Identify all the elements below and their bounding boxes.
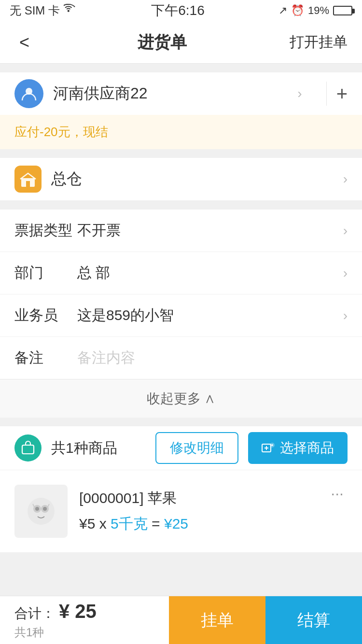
invoice-row[interactable]: 票据类型 不开票 › bbox=[0, 209, 362, 252]
warehouse-name: 总仓 bbox=[51, 168, 343, 190]
battery-icon bbox=[333, 6, 352, 15]
edit-detail-button[interactable]: 修改明细 bbox=[155, 432, 238, 464]
products-card: 共1种商品 修改明细 选择商品 bbox=[0, 426, 362, 552]
product-more-button[interactable]: ··· bbox=[327, 485, 348, 503]
divider bbox=[326, 82, 327, 106]
alarm-icon: ⏰ bbox=[291, 4, 304, 17]
product-code: [0000001] bbox=[79, 490, 143, 506]
status-time: 下午6:16 bbox=[151, 1, 205, 20]
status-left: 无 SIM 卡 bbox=[10, 3, 77, 18]
total-count: 共1种 bbox=[14, 625, 154, 640]
remark-row[interactable]: 备注 备注内容 bbox=[0, 336, 362, 379]
department-row[interactable]: 部门 总 部 › bbox=[0, 252, 362, 294]
select-product-label: 选择商品 bbox=[280, 439, 334, 457]
department-arrow-icon: › bbox=[343, 266, 348, 281]
remark-input[interactable]: 备注内容 bbox=[77, 348, 348, 368]
page-title: 进货单 bbox=[138, 31, 187, 54]
invoice-value: 不开票 bbox=[77, 221, 343, 240]
total-label: 合计： bbox=[14, 604, 55, 623]
salesman-value: 这是859的小智 bbox=[77, 306, 343, 325]
salesman-row[interactable]: 业务员 这是859的小智 › bbox=[0, 294, 362, 336]
section-gap-4 bbox=[0, 418, 362, 426]
status-right: ↗ ⏰ 19% bbox=[278, 4, 352, 17]
hold-button[interactable]: 挂单 bbox=[169, 596, 265, 644]
warehouse-card[interactable]: 总仓 › bbox=[0, 158, 362, 200]
department-label: 部门 bbox=[14, 263, 77, 283]
product-unit-price: ¥5 bbox=[79, 516, 95, 532]
section-gap-2 bbox=[0, 149, 362, 158]
warehouse-arrow-icon: › bbox=[343, 171, 348, 187]
salesman-label: 业务员 bbox=[14, 306, 77, 325]
svg-rect-3 bbox=[22, 445, 34, 454]
svg-point-10 bbox=[43, 507, 47, 511]
section-gap-1 bbox=[0, 64, 362, 72]
svg-rect-2 bbox=[26, 181, 30, 187]
supplier-name: 河南供应商22 bbox=[53, 83, 297, 104]
product-item: [0000001] 苹果 ¥5 x 5千克 = ¥25 ··· bbox=[0, 470, 362, 552]
total-amount: ¥ 25 bbox=[59, 601, 97, 622]
product-total: ¥25 bbox=[164, 516, 188, 532]
carrier-text: 无 SIM 卡 bbox=[10, 3, 60, 18]
back-button[interactable]: < bbox=[14, 28, 34, 57]
footer: 合计： ¥ 25 共1种 挂单 结算 bbox=[0, 596, 362, 644]
payment-notice: 应付-20元，现结 bbox=[0, 115, 362, 149]
products-count: 共1种商品 bbox=[51, 438, 146, 458]
status-bar: 无 SIM 卡 下午6:16 ↗ ⏰ 19% bbox=[0, 0, 362, 21]
open-hold-button[interactable]: 打开挂单 bbox=[290, 32, 348, 52]
department-value: 总 部 bbox=[77, 263, 343, 283]
salesman-arrow-icon: › bbox=[343, 308, 348, 323]
supplier-arrow-icon: › bbox=[297, 86, 302, 101]
nav-bar: < 进货单 打开挂单 bbox=[0, 21, 362, 64]
product-name: [0000001] 苹果 bbox=[79, 489, 315, 508]
product-quantity: 5千克 bbox=[111, 516, 148, 532]
collapse-button[interactable]: 收起更多 ∧ bbox=[0, 379, 362, 418]
invoice-label: 票据类型 bbox=[14, 221, 77, 240]
products-header: 共1种商品 修改明细 选择商品 bbox=[0, 426, 362, 470]
svg-point-6 bbox=[28, 498, 55, 525]
supplier-row[interactable]: 河南供应商22 › + bbox=[0, 72, 362, 115]
product-thumbnail bbox=[14, 485, 68, 538]
settle-button[interactable]: 结算 bbox=[265, 596, 362, 644]
footer-total-line1: 合计： ¥ 25 bbox=[14, 601, 154, 623]
supplier-card: 河南供应商22 › + 应付-20元，现结 bbox=[0, 72, 362, 149]
supplier-avatar bbox=[14, 79, 43, 108]
warehouse-row[interactable]: 总仓 › bbox=[0, 158, 362, 200]
remark-label: 备注 bbox=[14, 348, 77, 368]
product-info: [0000001] 苹果 ¥5 x 5千克 = ¥25 bbox=[79, 489, 315, 534]
product-price-row: ¥5 x 5千克 = ¥25 bbox=[79, 514, 315, 534]
footer-total: 合计： ¥ 25 共1种 bbox=[0, 601, 169, 640]
svg-point-9 bbox=[35, 507, 39, 511]
invoice-arrow-icon: › bbox=[343, 223, 348, 238]
wifi-icon bbox=[64, 4, 77, 17]
products-icon bbox=[14, 434, 42, 462]
battery-percent: 19% bbox=[308, 4, 329, 17]
form-card: 票据类型 不开票 › 部门 总 部 › 业务员 这是859的小智 › 备注 备注… bbox=[0, 209, 362, 379]
product-title: 苹果 bbox=[148, 490, 177, 506]
location-icon: ↗ bbox=[278, 4, 287, 17]
add-supplier-button[interactable]: + bbox=[336, 83, 348, 105]
section-gap-3 bbox=[0, 200, 362, 209]
select-product-button[interactable]: 选择商品 bbox=[248, 432, 348, 464]
warehouse-icon bbox=[14, 166, 42, 193]
